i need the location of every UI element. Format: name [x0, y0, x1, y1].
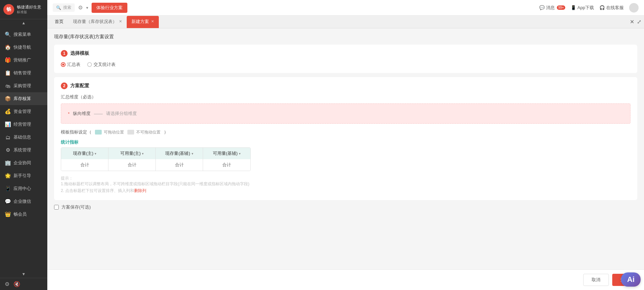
sidebar: 畅 畅捷通好生意 标准版 ▲ 🔍 搜索菜单 🏠 快捷导航 🎁 营销推广 📋 销售… [0, 0, 47, 290]
sidebar-item-system[interactable]: ⚙ 系统管理 [0, 144, 47, 156]
tips-section: 提示： 1.拖动标题栏可以调整布局，不可跨维度或指标区域拖动栏目字段(只能在同一… [61, 175, 630, 194]
tab-inventory-label: 现存量（库存状况表） [73, 19, 117, 25]
tab-inventory-close[interactable]: ✕ [119, 19, 122, 24]
top-bar-left: 🔍 搜索 ⚙ ▾ 体验行业方案 [53, 3, 127, 13]
sound-icon[interactable]: 🔇 [14, 281, 20, 287]
legend-draggable-group: 可拖动位置 [95, 129, 124, 135]
stats-col-body-3: 合计 [203, 159, 250, 171]
marketing-icon: 🎁 [5, 57, 11, 63]
gear-icon[interactable]: ⚙ [78, 4, 83, 11]
search-icon: 🔍 [56, 5, 61, 10]
section1-num: 1 [61, 50, 68, 57]
legend-draggable-swatch [95, 130, 102, 135]
delete-col-link[interactable]: 删除列 [134, 188, 146, 193]
sidebar-item-new-guide[interactable]: 🌟 新手引导 [0, 169, 47, 182]
tab-new-scheme-close[interactable]: ✕ [151, 19, 154, 24]
window-expand-btn[interactable]: ⤢ [637, 19, 641, 25]
stats-header-label-3: 可用量(基辅) [213, 150, 238, 156]
sidebar-item-marketing[interactable]: 🎁 营销推广 [0, 54, 47, 67]
section2-num: 2 [61, 82, 68, 89]
message-icon: 💬 [539, 5, 545, 10]
tab-home[interactable]: 首页 [50, 16, 68, 28]
online-service-item[interactable]: 🎧 在线客服 [599, 5, 624, 11]
indicator-settings-label: 模板指标设定（ 可拖动位置 不可拖动位置 ） [61, 129, 630, 135]
app-center-icon: 📱 [5, 186, 11, 192]
sidebar-item-company[interactable]: 🏢 企业协同 [0, 156, 47, 169]
tips-item-0: 1.拖动标题栏可以调整布局，不可跨维度或指标区域拖动栏目字段(只能在同一维度或指… [61, 181, 630, 187]
dropdown-icon[interactable]: ▾ [86, 5, 88, 10]
stats-col-header-1[interactable]: 可用量(主) ▾ [108, 148, 156, 159]
sidebar-item-basic-info[interactable]: 🗂 基础信息 [0, 131, 47, 144]
stats-col-header-0[interactable]: 现存量(主) ▾ [61, 148, 108, 159]
radio-cross[interactable]: 交叉统计表 [87, 62, 116, 68]
sidebar-item-vip[interactable]: 👑 畅会员 [0, 208, 47, 221]
sidebar-scroll-up[interactable]: ▲ [0, 19, 47, 27]
sidebar-item-operations[interactable]: 📊 经营管理 [0, 118, 47, 131]
dimension-box[interactable]: * 纵向维度 —— 请选择分组维度 [61, 103, 630, 124]
dimension-dash: —— [94, 111, 103, 116]
radio-summary-dot [61, 62, 66, 67]
legend-non-draggable-swatch [127, 130, 134, 135]
stats-section-title: 统计指标 [61, 139, 630, 145]
sidebar-item-purchase[interactable]: 🛍 采购管理 [0, 79, 47, 92]
search-box[interactable]: 🔍 搜索 [53, 3, 75, 12]
sidebar-item-app-center[interactable]: 📱 应用中心 [0, 182, 47, 195]
legend-non-draggable-group: 不可拖动位置 [127, 129, 160, 135]
purchase-icon: 🛍 [5, 83, 11, 89]
stats-chevron-1[interactable]: ▾ [142, 152, 144, 155]
user-avatar[interactable] [629, 3, 639, 13]
legend-draggable-label: 可拖动位置 [104, 129, 124, 135]
sidebar-nav: 🔍 搜索菜单 🏠 快捷导航 🎁 营销推广 📋 销售管理 🛍 采购管理 📦 库存核… [0, 27, 47, 270]
company-icon: 🏢 [5, 160, 11, 166]
radio-summary[interactable]: 汇总表 [61, 62, 80, 68]
sidebar-item-label: 应用中心 [14, 186, 31, 192]
sidebar-item-finance[interactable]: 💰 资金管理 [0, 105, 47, 118]
dimension-label: 汇总维度（必选） [61, 94, 630, 100]
stats-chevron-0[interactable]: ▾ [95, 152, 96, 155]
message-item[interactable]: 💬 消息 99+ [539, 5, 565, 11]
sidebar-item-sales[interactable]: 📋 销售管理 [0, 67, 47, 79]
stats-col-body-0: 合计 [61, 159, 108, 171]
legend-non-draggable-label: 不可拖动位置 [136, 129, 160, 135]
stats-col-body-1: 合计 [108, 159, 156, 171]
tab-new-scheme-label: 新建方案 [131, 19, 149, 25]
sidebar-item-label: 销售管理 [14, 70, 31, 76]
stats-col-header-2[interactable]: 现存量(基辅) ▾ [156, 148, 203, 159]
sidebar-item-corp-wechat[interactable]: 💬 企业微信 [0, 195, 47, 208]
app-download-item[interactable]: 📱 App下载 [571, 5, 594, 11]
section1-header: 1 选择模板 [61, 50, 630, 57]
app-name: 畅捷通好生意 [17, 4, 41, 10]
sidebar-item-label: 新手引导 [14, 173, 31, 179]
stats-col-header-3[interactable]: 可用量(基辅) ▾ [203, 148, 250, 159]
settings-icon[interactable]: ⚙ [5, 281, 9, 287]
stats-body-label-3: 合计 [222, 162, 231, 168]
search-placeholder: 搜索 [63, 5, 71, 10]
sidebar-item-quick-nav[interactable]: 🏠 快捷导航 [0, 41, 47, 54]
stats-body-label-0: 合计 [80, 162, 89, 168]
quick-nav-icon: 🏠 [5, 44, 11, 50]
sidebar-item-inventory[interactable]: 📦 库存核算 [0, 92, 47, 105]
app-download-label: App下载 [577, 5, 594, 11]
dimension-label-text: 汇总维度（必选） [61, 94, 96, 99]
cancel-button[interactable]: 取消 [583, 274, 609, 286]
radio-cross-label: 交叉统计表 [94, 62, 116, 68]
stats-chevron-2[interactable]: ▾ [192, 152, 193, 155]
sidebar-item-label: 采购管理 [14, 83, 31, 89]
online-service-label: 在线客服 [606, 5, 624, 11]
stats-table: 现存量(主) ▾ 可用量(主) ▾ 现存量(基辅) ▾ 可用量(基辅) [61, 147, 251, 171]
tab-inventory[interactable]: 现存量（库存状况表） ✕ [68, 16, 127, 28]
message-label: 消息 [546, 5, 555, 11]
stats-chevron-3[interactable]: ▾ [239, 152, 241, 155]
sidebar-logo: 畅 畅捷通好生意 标准版 [0, 0, 47, 19]
save-checkbox[interactable] [54, 205, 59, 210]
industry-btn[interactable]: 体验行业方案 [92, 3, 127, 13]
tab-new-scheme[interactable]: 新建方案 ✕ [127, 16, 159, 28]
stats-table-header: 现存量(主) ▾ 可用量(主) ▾ 现存量(基辅) ▾ 可用量(基辅) [61, 148, 250, 159]
headset-icon: 🎧 [599, 5, 605, 10]
sidebar-item-label: 营销推广 [14, 57, 31, 63]
sidebar-scroll-down[interactable]: ▼ [0, 270, 47, 278]
window-close-btn[interactable]: ✕ [630, 19, 634, 25]
sidebar-item-label: 搜索菜单 [14, 31, 31, 38]
sidebar-item-search-menu[interactable]: 🔍 搜索菜单 [0, 28, 47, 41]
ai-badge[interactable]: Ai [621, 272, 641, 287]
